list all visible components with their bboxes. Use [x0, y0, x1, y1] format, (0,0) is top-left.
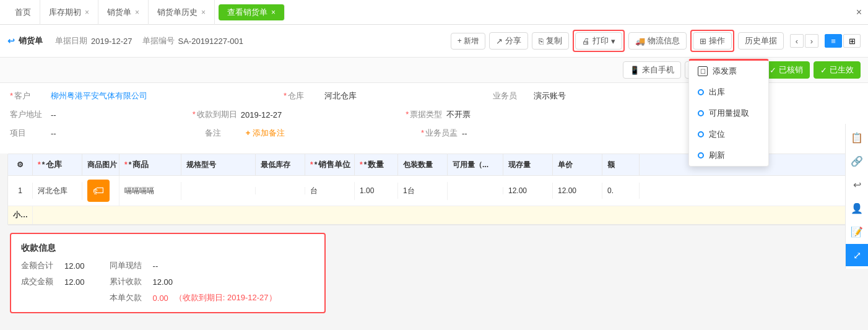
row-spec	[181, 187, 256, 194]
balance-due-note: （收款到期日: 2019-12-27）	[175, 292, 277, 303]
th-saleunit: * 销售单位	[305, 154, 355, 175]
payment-title: 收款信息	[21, 243, 315, 254]
due-date-field: 收款到期日 2019-12-27	[193, 109, 282, 120]
effective-button[interactable]: ✓ 已生效	[814, 61, 861, 79]
document-header: ↩ 销货单 单据日期 2019-12-27 单据编号 SA-20191227-0…	[0, 25, 868, 58]
row-image: 🏷	[82, 176, 119, 206]
add-invoice-icon: ☐	[698, 66, 708, 76]
tab-inventory-init[interactable]: 库存期初 ×	[40, 0, 98, 25]
th-amount: 额	[602, 154, 640, 175]
th-settings[interactable]: ⚙	[8, 154, 33, 175]
ticket-type-field: 票据类型 不开票	[406, 109, 471, 120]
th-spec: 规格型号	[181, 154, 256, 175]
share-icon: ↗	[496, 37, 503, 46]
locate-icon	[698, 131, 704, 137]
same-order-value: --	[153, 261, 158, 271]
dropdown-locate[interactable]: 定位	[689, 124, 768, 145]
due-date-value: 2019-12-27	[241, 110, 282, 119]
grid-view-button[interactable]: ⊞	[843, 34, 861, 48]
balance-label: 本单欠款	[110, 292, 147, 303]
view-buttons: ≡ ⊞	[825, 34, 861, 48]
cumulative-row: 累计收款 12.00	[110, 276, 277, 287]
transaction-row: 成交金额 12.00	[21, 276, 85, 287]
new-button[interactable]: + 新增	[451, 33, 485, 50]
note-field: 备注 + 添加备注	[205, 128, 285, 139]
close-history-tab[interactable]: ×	[201, 8, 206, 17]
operate-button[interactable]: ⊞ 操作	[693, 32, 732, 50]
logistics-icon: 🚚	[635, 37, 645, 46]
right-sidebar: 📋 🔗 ↩ 👤 📝 ⤢	[845, 124, 868, 269]
sidebar-link-icon[interactable]: 🔗	[846, 150, 868, 172]
warehouse-value: 河北仓库	[324, 90, 357, 102]
doc-number-field: 单据编号 SA-20191227-001	[142, 35, 244, 46]
payment-box: 收款信息 金额合计 12.00 成交金额 12.00 同单现结 -- 累计收款 …	[10, 233, 326, 313]
share-button[interactable]: ↗ 分享	[489, 32, 528, 50]
tab-sales-history[interactable]: 销货单历史 ×	[149, 0, 215, 25]
copy-button[interactable]: ⎘ 复制	[532, 32, 569, 50]
nav-arrows: ‹ ›	[790, 34, 818, 48]
print-button[interactable]: 🖨 打印 ▾	[575, 32, 622, 50]
total-value: 12.00	[64, 261, 85, 271]
row-available	[448, 187, 503, 194]
sales-staff-field: 业务员盂 --	[421, 128, 467, 139]
row-warehouse: 河北仓库	[33, 182, 82, 200]
sidebar-clipboard-icon[interactable]: 📋	[846, 126, 868, 149]
list-view-button[interactable]: ≡	[825, 34, 842, 48]
verified-button[interactable]: ✓ 已核销	[763, 61, 810, 79]
mobile-icon: 📱	[630, 66, 640, 75]
staff-label: 业务员	[493, 90, 530, 102]
cumulative-label: 累计收款	[110, 276, 147, 287]
dropdown-outbound[interactable]: 出库	[689, 82, 768, 103]
sidebar-user-icon[interactable]: 👤	[846, 197, 868, 219]
balance-value: 0.00	[153, 293, 168, 303]
dropdown-available-pick[interactable]: 可用量提取	[689, 103, 768, 124]
project-value: --	[51, 129, 56, 138]
transaction-label: 成交金额	[21, 276, 58, 287]
customer-value[interactable]: 柳州粤港平安气体有限公司	[51, 90, 147, 102]
sidebar-expand-icon[interactable]: ⤢	[846, 244, 868, 266]
close-window-button[interactable]: ×	[856, 7, 862, 18]
ticket-type-label: 票据类型	[406, 109, 443, 120]
doc-meta: 单据日期 2019-12-27 单据编号 SA-20191227-001	[55, 35, 451, 46]
payment-col-right: 同单现结 -- 累计收款 12.00 本单欠款 0.00 （收款到期日: 201…	[110, 260, 277, 303]
tab-bar: 首页 库存期初 × 销货单 × 销货单历史 × 查看销货单 × ×	[0, 0, 868, 25]
row-qty: 1.00	[355, 183, 398, 199]
doc-title: ↩ 销货单	[7, 35, 43, 46]
dropdown-refresh[interactable]: 刷新	[689, 145, 768, 166]
close-inventory-tab[interactable]: ×	[85, 8, 89, 17]
warehouse-field: 仓库 河北仓库	[284, 90, 357, 102]
doc-actions: + 新增 ↗ 分享 ⎘ 复制 🖨 打印 ▾ 🚚 物流信息 ⊞ 操作	[451, 30, 861, 52]
tab-view-sales[interactable]: 查看销货单 ×	[219, 4, 285, 20]
row-product: 嗝嗝嗝嗝	[119, 182, 181, 200]
row-amount: 0.	[602, 183, 640, 199]
prev-arrow[interactable]: ‹	[790, 34, 804, 48]
subtotal-empty	[33, 206, 860, 224]
print-highlight-box: 🖨 打印 ▾	[573, 30, 625, 52]
row-price: 12.00	[553, 183, 602, 199]
tab-home[interactable]: 首页	[6, 0, 40, 25]
close-view-sales-tab[interactable]: ×	[271, 8, 276, 17]
sidebar-edit-icon[interactable]: 📝	[846, 220, 868, 243]
operate-dropdown-menu: ☐ 添发票 出库 可用量提取 定位 刷新	[688, 59, 769, 167]
dropdown-add-invoice[interactable]: ☐ 添发票	[689, 61, 768, 82]
ticket-type-value: 不开票	[446, 109, 471, 120]
next-arrow[interactable]: ›	[805, 34, 818, 48]
close-sales-tab[interactable]: ×	[135, 8, 139, 17]
tab-sales-order[interactable]: 销货单 ×	[98, 0, 149, 25]
add-note-button[interactable]: + 添加备注	[246, 128, 285, 139]
available-pick-icon	[698, 110, 704, 116]
doc-title-icon: ↩	[7, 36, 15, 46]
address-field: 客户地址 --	[10, 109, 56, 120]
sidebar-return-icon[interactable]: ↩	[846, 173, 868, 196]
row-no: 1	[8, 183, 33, 199]
product-thumbnail: 🏷	[87, 180, 110, 202]
th-image: 商品图片	[82, 154, 119, 175]
history-button[interactable]: 历史单据	[738, 32, 784, 50]
th-price: 单价	[553, 154, 602, 175]
logistics-button[interactable]: 🚚 物流信息	[628, 32, 687, 50]
transaction-value: 12.00	[64, 277, 85, 287]
th-product: * 商品	[119, 154, 181, 175]
print-icon: 🖨	[582, 37, 590, 46]
from-mobile-button[interactable]: 📱 来自手机	[623, 61, 681, 79]
doc-date-field: 单据日期 2019-12-27	[55, 35, 132, 46]
